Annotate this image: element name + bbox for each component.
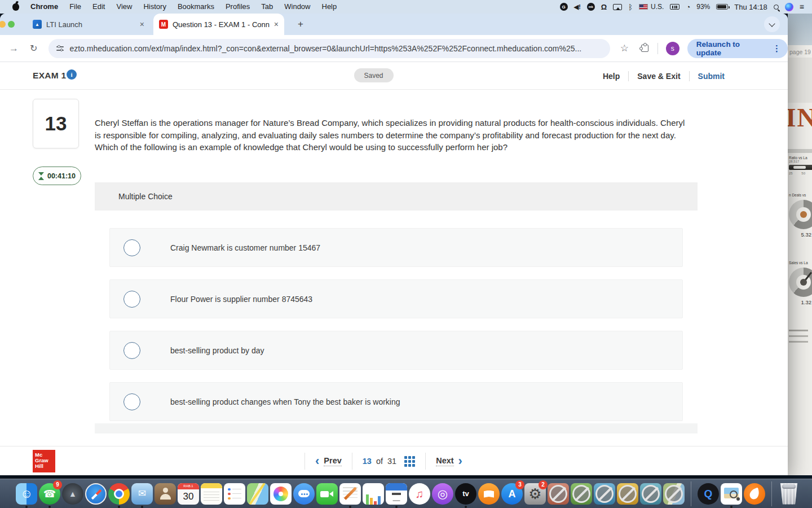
relaunch-to-update-button[interactable]: Relaunch to update ⋮ <box>687 39 788 58</box>
dock-music[interactable]: ♫ <box>409 481 430 506</box>
dock-facetime[interactable] <box>316 481 338 506</box>
radio-button[interactable] <box>123 393 140 410</box>
url-text[interactable]: ezto.mheducation.com/ext/map/index.html?… <box>69 44 581 53</box>
dock-launchpad[interactable]: ▲ <box>62 481 83 506</box>
menu-bookmarks[interactable]: Bookmarks <box>172 0 220 14</box>
dock-preview[interactable] <box>721 481 742 506</box>
profile-avatar[interactable]: s <box>666 42 679 55</box>
extensions-icon[interactable] <box>641 45 648 52</box>
dock-photos[interactable] <box>270 481 292 506</box>
radio-button[interactable] <box>123 291 140 308</box>
dock-quicktime[interactable]: Q <box>698 481 719 506</box>
menu-history[interactable]: History <box>138 0 171 14</box>
menu-help[interactable]: Help <box>316 0 343 14</box>
dock-blocked-app-4[interactable] <box>617 481 638 506</box>
option-row-1[interactable]: Craig Newmark is customer number 15467 <box>109 228 683 267</box>
prohibited-overlay-icon <box>549 485 567 503</box>
question-map-grid-icon[interactable] <box>404 456 415 467</box>
dock-calendar[interactable]: RAB.130 <box>178 481 199 506</box>
site-settings-icon[interactable] <box>56 45 64 51</box>
close-tab-icon[interactable]: × <box>274 20 279 29</box>
apple-menu-icon[interactable] <box>12 3 19 11</box>
dock-blocked-app-5[interactable] <box>640 481 661 506</box>
dock-maps[interactable] <box>247 481 268 506</box>
radio-button[interactable] <box>123 342 140 359</box>
prev-chevron-icon[interactable]: ‹ <box>315 455 319 467</box>
dock-chrome[interactable] <box>108 481 130 506</box>
tab-question-13[interactable]: M Question 13 - EXAM 1 - Conn × <box>153 14 284 35</box>
dock-contacts[interactable] <box>155 481 176 506</box>
exam-title: EXAM 1 <box>33 71 67 81</box>
dock-finder[interactable]: ☺ <box>16 481 37 506</box>
dock-mail[interactable]: ✉ <box>131 481 153 506</box>
submit-button[interactable]: Submit <box>698 72 725 81</box>
dock-messages[interactable] <box>293 481 315 506</box>
control-center-icon[interactable]: ≡ <box>800 2 804 11</box>
dock-numbers[interactable] <box>363 481 384 506</box>
dock-podcasts[interactable]: ◎ <box>432 481 453 506</box>
input-source-icon[interactable]: U.S. <box>639 3 664 11</box>
mheducation-favicon-icon: M <box>159 20 168 29</box>
next-chevron-icon[interactable]: › <box>458 455 462 467</box>
address-bar[interactable]: ezto.mheducation.com/ext/map/index.html?… <box>48 39 610 58</box>
dock-system-settings[interactable]: ⚙2 <box>524 481 546 506</box>
forward-icon[interactable]: → <box>9 43 19 54</box>
close-tab-icon[interactable]: × <box>140 20 144 29</box>
dock-keynote[interactable] <box>386 481 407 506</box>
dock-whatsapp[interactable]: ☎9 <box>39 481 60 506</box>
option-row-4[interactable]: best-selling product changes when Tony t… <box>109 382 683 421</box>
option-row-3[interactable]: best-selling product by day <box>109 331 683 370</box>
dock-blocked-app-2[interactable] <box>571 481 592 506</box>
dock-reminders[interactable] <box>224 481 245 506</box>
blocked-app-3-icon <box>594 483 615 505</box>
dock-avast[interactable] <box>744 481 765 506</box>
calendar-icon: RAB.130 <box>178 483 199 505</box>
tab-search-chevron-icon[interactable] <box>764 16 780 32</box>
keyboard-battery-icon[interactable] <box>670 4 679 10</box>
help-button[interactable]: Help <box>603 72 620 81</box>
screen-mirroring-icon[interactable] <box>613 4 622 10</box>
dock-blocked-app-1[interactable] <box>548 481 569 506</box>
dock-trash[interactable] <box>778 481 800 506</box>
tab-lti-launch[interactable]: ▲ LTI Launch × <box>27 14 150 35</box>
bluetooth-icon[interactable]: ᛒ <box>628 3 633 11</box>
mk-app-icon[interactable]: mk <box>587 3 595 11</box>
next-button[interactable]: Next <box>436 456 453 466</box>
info-icon[interactable]: i <box>67 69 77 80</box>
menu-edit[interactable]: Edit <box>87 0 111 14</box>
dock-pages[interactable] <box>339 481 361 506</box>
menu-profiles[interactable]: Profiles <box>220 0 255 14</box>
dock-blocked-app-6[interactable] <box>663 481 685 506</box>
siri-icon[interactable] <box>785 3 793 11</box>
spotlight-icon[interactable] <box>774 5 779 10</box>
browser-menu-dots-icon[interactable]: ⋮ <box>773 43 781 54</box>
save-exit-button[interactable]: Save & Exit <box>637 72 680 81</box>
menubar-clock[interactable]: Thu 14:18 <box>734 3 767 11</box>
prev-button[interactable]: Prev <box>324 456 341 466</box>
zoom-button[interactable] <box>8 21 15 28</box>
reload-icon[interactable]: ↻ <box>30 43 37 54</box>
new-tab-button[interactable]: + <box>294 19 307 30</box>
minimize-button[interactable] <box>0 21 6 28</box>
battery-icon[interactable] <box>716 4 728 10</box>
background-window[interactable]: page 19 SIN Ratio vs La 28,517 25 50 n D… <box>788 14 812 475</box>
menu-view[interactable]: View <box>111 0 138 14</box>
camo-icon[interactable]: ◔ <box>686 3 690 11</box>
menu-file[interactable]: File <box>64 0 87 14</box>
dock-app-store[interactable]: A3 <box>501 481 523 506</box>
menu-chrome[interactable]: Chrome <box>25 0 64 14</box>
radio-button[interactable] <box>123 239 140 256</box>
dock-apple-tv[interactable]: tv <box>455 481 476 506</box>
dock-notes[interactable] <box>201 481 222 506</box>
grammarly-icon[interactable]: G <box>560 3 568 11</box>
dock-books[interactable] <box>478 481 500 506</box>
headphones-icon[interactable]: Ω <box>601 3 607 11</box>
menu-window[interactable]: Window <box>279 0 316 14</box>
volume-alert-icon[interactable]: ◀! <box>574 3 581 11</box>
keynote-icon <box>386 483 407 505</box>
dock-blocked-app-3[interactable] <box>594 481 615 506</box>
option-row-2[interactable]: Flour Power is supplier number 8745643 <box>109 279 683 318</box>
dock-safari[interactable] <box>85 481 107 506</box>
menu-tab[interactable]: Tab <box>255 0 279 14</box>
bookmark-star-icon[interactable]: ☆ <box>620 42 629 54</box>
